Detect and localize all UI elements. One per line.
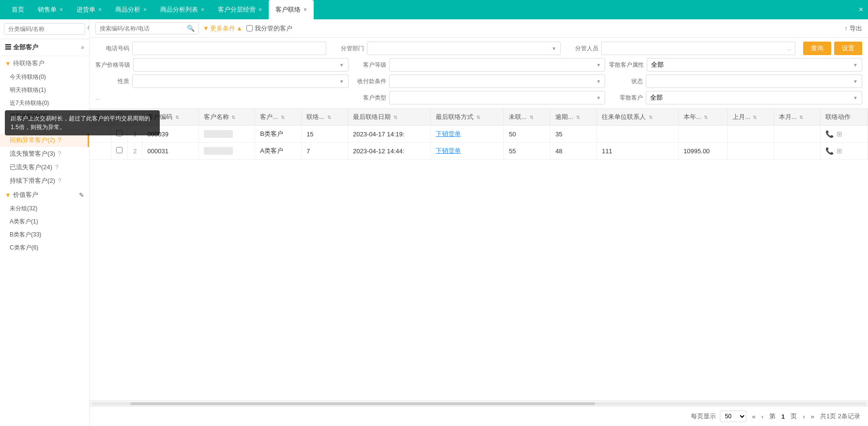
more-conditions-btn[interactable]: ▼ 更多条件 ▲ — [203, 24, 243, 33]
filter-status: 状态 ▼ — [609, 74, 862, 88]
price-level-select[interactable]: ▼ — [133, 58, 349, 72]
lost-predict-help[interactable]: ? — [58, 150, 61, 157]
td-action: 📞 ⊞ — [820, 143, 868, 160]
dept-select[interactable]: ▼ — [367, 42, 561, 55]
filter-scatter-attr: 零散客户属性 全部▼ — [609, 58, 862, 72]
repeat-abnormal-item[interactable]: 回购异常客户(2) ? — [0, 133, 89, 147]
collapse-icon[interactable]: » — [81, 44, 84, 51]
nav-close-客户分层经营[interactable]: × — [259, 6, 262, 13]
search-wrap: 🔍 — [95, 22, 199, 34]
nav-item-客户联络[interactable]: 客户联络 × — [269, 0, 314, 19]
main-search-input[interactable] — [100, 25, 187, 32]
wait-contact-item[interactable]: 明天待联络(1) — [0, 84, 89, 97]
nav-close-商品分析列表[interactable]: × — [201, 6, 204, 13]
my-customers-checkbox[interactable] — [246, 25, 253, 31]
wait-contact-section[interactable]: ▼ 待联络客户 — [0, 56, 89, 71]
td-last-date: 2023-04-17 14:19: — [348, 126, 431, 143]
value-item[interactable]: C类客户(6) — [0, 241, 89, 254]
lost-predict-item[interactable]: 流失预警客户(3) ? — [0, 147, 89, 161]
value-item[interactable]: 未分组(32) — [0, 202, 89, 215]
filter-cust-level: 客户等级 ▼ — [352, 58, 606, 72]
wait-contact-item[interactable]: 近7天待联络(0) — [0, 97, 89, 110]
nav-item-首页[interactable]: 首页 — [5, 0, 31, 19]
nav-close-销售单[interactable]: × — [60, 6, 63, 13]
nav-item-进货单[interactable]: 进货单 × — [70, 0, 108, 19]
nav-item-商品分析列表[interactable]: 商品分析列表 × — [153, 0, 211, 19]
nav-item-客户分层经营[interactable]: 客户分层经营 × — [211, 0, 269, 19]
td-last-date: 2023-04-12 14:44: — [348, 143, 431, 160]
row-checkbox[interactable] — [116, 147, 122, 153]
advanced-filters: 电话号码 分管部门 ▼ 分管人员 ... 查询 设置 — [90, 38, 868, 109]
lost-predict-label: 流失预警客户(3) — [10, 150, 55, 157]
sidebar-search-input[interactable] — [4, 23, 85, 35]
th-this-year: 本年... ⇅ — [678, 109, 727, 126]
nav-item-销售单[interactable]: 销售单 × — [31, 0, 70, 19]
horizontal-scrollbar[interactable] — [90, 400, 868, 406]
price-level-arrow: ▼ — [339, 62, 344, 68]
customer-table: ⚙ 客户编码 ⇅ 客户名称 ⇅ 客户... ⇅ 联络... ⇅ 最后联络日期 ⇅… — [90, 109, 868, 160]
main-layout: 🔍 ☰ 全部客户 » ▼ 待联络客户 今天待联络(0)明天待联络(1)近7天待联… — [0, 19, 868, 426]
td-type: B类客户 — [255, 126, 302, 143]
table-row: 2 000031 A类客户 7 2023-04-12 14:44: 下销货单 5… — [90, 143, 868, 160]
close-all-button[interactable]: × — [859, 5, 863, 14]
manager-select[interactable]: ... — [601, 42, 795, 55]
value-item[interactable]: A类客户(1) — [0, 215, 89, 228]
first-page-btn[interactable]: « — [750, 412, 758, 421]
nature-select[interactable]: ▼ — [132, 74, 349, 88]
last-page-btn[interactable]: » — [809, 412, 816, 421]
td-this-month — [774, 126, 820, 143]
scatter-attr-select[interactable]: 全部▼ — [647, 58, 862, 72]
wait-contact-item[interactable]: 今天待联络(0) — [0, 71, 89, 84]
value-customers-edit-icon[interactable]: ✎ — [79, 191, 84, 199]
status-select[interactable]: ▼ — [646, 74, 862, 88]
td-contact-count: 7 — [302, 143, 348, 160]
td-name — [198, 143, 255, 160]
cust-level-select[interactable]: ▼ — [389, 58, 606, 72]
more-conditions-label: 更多条件 — [210, 24, 235, 33]
cust-type-select[interactable]: ▼ — [389, 91, 606, 104]
per-page-select[interactable]: 50 100 200 — [720, 411, 746, 422]
export-label: 导出 — [850, 24, 862, 33]
all-customers-header[interactable]: ☰ 全部客户 » — [0, 39, 89, 56]
already-lost-item[interactable]: 已流失客户(24) ? — [0, 161, 89, 174]
phone-input[interactable] — [132, 42, 326, 55]
pagination-bar: 每页显示 50 100 200 « ‹ 第 1 页 › » 共1页 2条记录 — [90, 406, 868, 426]
current-page-num[interactable]: 1 — [779, 412, 787, 421]
already-lost-help[interactable]: ? — [55, 163, 58, 171]
last-method-link[interactable]: 下销货单 — [436, 147, 461, 154]
grid-icon[interactable]: ⊞ — [837, 147, 842, 155]
page-label: 第 — [767, 411, 777, 422]
scrollbar-thumb[interactable] — [130, 402, 595, 405]
repeat-abnormal-label: 回购异常客户(2) — [10, 136, 55, 144]
more-dots-btn[interactable]: ... — [95, 94, 100, 101]
th-contact-count: 联络... ⇅ — [302, 109, 348, 126]
query-button[interactable]: 查询 — [803, 42, 831, 55]
scatter-cust-select[interactable]: 全部▼ — [646, 91, 862, 104]
th-uncontacted: 未联... ⇅ — [504, 109, 550, 126]
prev-page-btn[interactable]: ‹ — [760, 412, 765, 421]
value-customers-section[interactable]: ▼ 价值客户 ✎ — [0, 188, 89, 202]
settings-button[interactable]: 设置 — [834, 42, 862, 55]
th-contact-person: 往来单位联系人 ⇅ — [597, 109, 679, 126]
continue-drop-item[interactable]: 持续下滑客户(2) ? — [0, 174, 89, 188]
last-method-link[interactable]: 下销货单 — [436, 130, 461, 137]
th-name: 客户名称 ⇅ — [198, 109, 255, 126]
main-search-icon[interactable]: 🔍 — [187, 25, 195, 32]
nav-close-商品分析[interactable]: × — [143, 6, 147, 13]
payment-select[interactable]: ▼ — [389, 74, 606, 88]
filter-bar: 🔍 ▼ 更多条件 ▲ 我分管的客户 ↑ 导出 — [90, 19, 868, 38]
nav-close-客户联络[interactable]: × — [304, 6, 307, 13]
repeat-abnormal-help[interactable]: ? — [58, 136, 61, 144]
payment-arrow: ▼ — [596, 79, 601, 84]
next-page-btn[interactable]: › — [801, 412, 807, 421]
export-button[interactable]: ↑ 导出 — [845, 24, 863, 33]
td-code: 000031 — [142, 143, 198, 160]
nav-close-进货单[interactable]: × — [98, 6, 102, 13]
continue-drop-help[interactable]: ? — [58, 177, 61, 184]
status-arrow: ▼ — [853, 79, 858, 84]
call-icon[interactable]: 📞 — [825, 147, 834, 155]
call-icon[interactable]: 📞 — [825, 130, 834, 138]
nav-item-商品分析[interactable]: 商品分析 × — [108, 0, 153, 19]
grid-icon[interactable]: ⊞ — [837, 130, 842, 138]
value-item[interactable]: B类客户(33) — [0, 228, 89, 241]
